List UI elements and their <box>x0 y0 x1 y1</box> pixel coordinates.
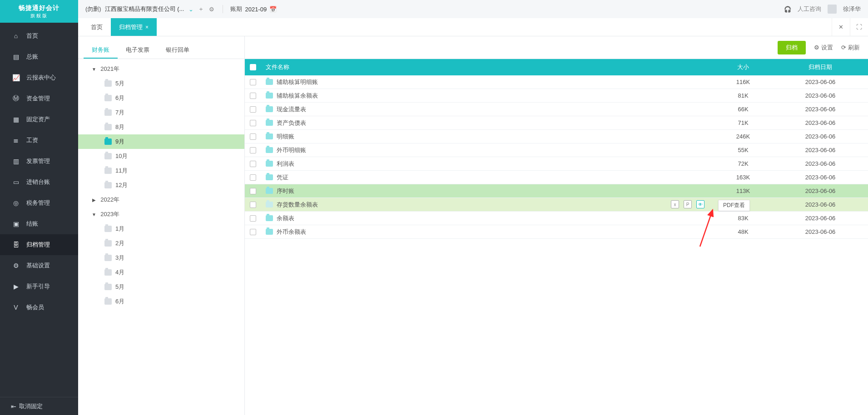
row-checkbox[interactable] <box>250 161 256 167</box>
consult-link[interactable]: 人工咨询 <box>798 5 821 13</box>
row-checkbox[interactable] <box>250 202 256 208</box>
row-checkbox[interactable] <box>250 188 256 194</box>
table-row[interactable]: 凭证163K2023-06-06 <box>245 171 868 184</box>
subtabs: 财务账 电子发票 银行回单 <box>78 36 244 59</box>
nav-item-vip[interactable]: V畅会员 <box>0 297 78 318</box>
table-row[interactable]: 外币余额表48K2023-06-06 <box>245 225 868 239</box>
add-icon[interactable]: ＋ <box>197 5 204 13</box>
nav-item-home[interactable]: ⌂首页 <box>0 25 78 46</box>
tree-month[interactable]: 1月 <box>78 222 244 236</box>
refresh-link[interactable]: ⟳刷新 <box>841 44 860 52</box>
folder-icon <box>104 182 112 188</box>
tree-month[interactable]: 11月 <box>78 163 244 178</box>
nav-item-guide[interactable]: ▶新手引导 <box>0 276 78 297</box>
pdf-icon[interactable]: P <box>684 200 692 208</box>
tree-month[interactable]: 9月 <box>78 134 244 149</box>
view-pdf-icon[interactable]: 👁 <box>696 200 704 208</box>
table-row[interactable]: 序时账113K2023-06-06 <box>245 184 868 198</box>
file-name: 外币余额表 <box>277 228 306 236</box>
folder-icon <box>104 138 112 145</box>
nav-label: 发票管理 <box>26 157 50 165</box>
subtab-einvoice[interactable]: 电子发票 <box>118 41 158 59</box>
nav-item-archive[interactable]: 🗄归档管理 <box>0 234 78 255</box>
row-checkbox[interactable] <box>250 133 256 140</box>
row-checkbox[interactable] <box>250 229 256 235</box>
tree-year[interactable]: ▼ 2021年 <box>78 62 244 76</box>
file-name: 辅助核算明细账 <box>277 78 318 86</box>
headset-icon[interactable]: 🎧 <box>784 6 791 13</box>
nav-item-gear[interactable]: ⚙基础设置 <box>0 255 78 276</box>
excel-icon[interactable]: x <box>671 200 679 208</box>
pin-toggle[interactable]: ⇤ 取消固定 <box>0 397 78 415</box>
tree-month[interactable]: 7月 <box>78 105 244 120</box>
table-row[interactable]: 利润表72K2023-06-06 <box>245 157 868 171</box>
fullscreen-icon[interactable]: ⛶ <box>850 18 868 36</box>
nav-item-tax[interactable]: ◎税务管理 <box>0 193 78 213</box>
tree-month[interactable]: 4月 <box>78 265 244 280</box>
settings-link[interactable]: ⚙设置 <box>814 44 833 52</box>
nav-item-salary[interactable]: ≣工资 <box>0 130 78 151</box>
folder-icon <box>266 161 273 167</box>
file-size: 116K <box>714 79 777 85</box>
chevron-down-icon[interactable]: ⌄ <box>188 6 193 13</box>
tree-month[interactable]: 10月 <box>78 149 244 163</box>
tree-month[interactable]: 6月 <box>78 91 244 105</box>
table-row[interactable]: 辅助核算余额表81K2023-06-06 <box>245 89 868 103</box>
nav-item-chart[interactable]: 📈云报表中心 <box>0 67 78 88</box>
tree-month[interactable]: 5月 <box>78 280 244 294</box>
subtab-finance[interactable]: 财务账 <box>84 41 118 59</box>
col-date[interactable]: 归档日期 <box>777 63 868 71</box>
file-size: 113K <box>714 188 777 194</box>
tree-year[interactable]: ▼ 2023年 <box>78 207 244 222</box>
tree-month[interactable]: 3月 <box>78 251 244 265</box>
row-checkbox[interactable] <box>250 79 256 85</box>
subtab-bank[interactable]: 银行回单 <box>158 41 198 59</box>
table-row[interactable]: 明细账246K2023-06-06 <box>245 130 868 143</box>
avatar[interactable] <box>828 5 837 14</box>
tree-month[interactable]: 12月 <box>78 178 244 193</box>
table-row[interactable]: 余额表83K2023-06-06 <box>245 212 868 225</box>
row-checkbox[interactable] <box>250 215 256 222</box>
company-prefix: (勿删) <box>85 5 101 13</box>
tree-month[interactable]: 2月 <box>78 236 244 251</box>
book-icon: ▤ <box>12 53 20 61</box>
table-row[interactable]: 外币明细账55K2023-06-06 <box>245 143 868 157</box>
table-row[interactable]: 资产负债表71K2023-06-06 <box>245 116 868 130</box>
tree-year[interactable]: ▶ 2022年 <box>78 193 244 207</box>
company-selector[interactable]: 江西服宝精品有限责任公司 (... <box>105 5 184 13</box>
tree-month[interactable]: 6月 <box>78 294 244 309</box>
row-checkbox[interactable] <box>250 106 256 113</box>
calendar-icon[interactable]: 📅 <box>269 6 277 13</box>
toggle-icon: ▼ <box>91 67 97 72</box>
tree-month[interactable]: 5月 <box>78 76 244 91</box>
file-table: 文件名称 大小 归档日期 辅助核算明细账116K2023-06-06辅助核算余额… <box>245 59 868 415</box>
table-row[interactable]: 存货数量余额表2K2023-06-06xP👁PDF查看 <box>245 198 868 212</box>
row-checkbox[interactable] <box>250 120 256 126</box>
col-size[interactable]: 大小 <box>714 63 777 71</box>
tab-home[interactable]: 首页 <box>83 18 111 36</box>
nav-item-ledger[interactable]: ▭进销台账 <box>0 172 78 193</box>
nav-label: 总账 <box>26 53 38 61</box>
nav-item-money[interactable]: Ⓜ资金管理 <box>0 88 78 109</box>
row-checkbox[interactable] <box>250 147 256 153</box>
left-panel: 财务账 电子发票 银行回单 ▼ 2021年5月6月7月8月9月10月11月12月… <box>78 36 245 415</box>
tab-archive[interactable]: 归档管理 × <box>111 18 157 36</box>
close-icon[interactable]: × <box>145 24 149 30</box>
archive-button[interactable]: 归档 <box>778 41 806 54</box>
col-name[interactable]: 文件名称 <box>266 63 714 71</box>
table-row[interactable]: 辅助核算明细账116K2023-06-06 <box>245 75 868 89</box>
settings-icon[interactable]: ⚙ <box>208 5 215 13</box>
nav-item-close[interactable]: ▣结账 <box>0 213 78 234</box>
checkbox-all[interactable] <box>250 64 256 70</box>
table-row[interactable]: 现金流量表66K2023-06-06 <box>245 103 868 116</box>
nav-label: 新手引导 <box>26 282 50 291</box>
row-checkbox[interactable] <box>250 93 256 99</box>
nav-item-invoice[interactable]: ▥发票管理 <box>0 151 78 172</box>
row-checkbox[interactable] <box>250 174 256 181</box>
nav-item-book[interactable]: ▤总账 <box>0 46 78 67</box>
tab-close-all[interactable]: ✕ <box>832 18 850 36</box>
tree-month[interactable]: 8月 <box>78 120 244 134</box>
username[interactable]: 徐泽华 <box>843 5 861 13</box>
period-value[interactable]: 2021-09 <box>245 6 267 13</box>
nav-item-asset[interactable]: ▦固定资产 <box>0 109 78 130</box>
